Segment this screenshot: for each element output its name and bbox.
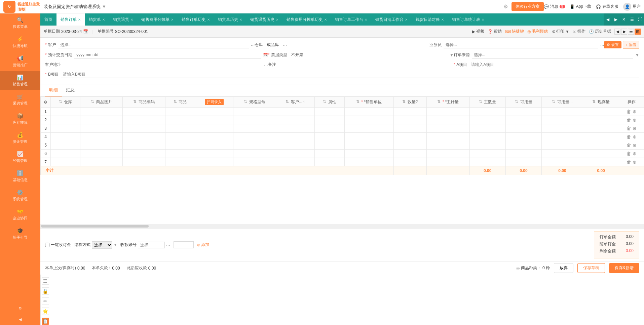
sidebar-item-marketing[interactable]: 📢 营销推广: [0, 52, 40, 71]
sidebar-item-system[interactable]: ⚙️ 系统管理: [0, 186, 40, 205]
online-service-item[interactable]: 🎧 在线客服: [596, 4, 618, 9]
scan-btn[interactable]: 扫码录入: [205, 99, 224, 105]
b-project-input[interactable]: [61, 71, 639, 78]
settle-method-select[interactable]: 选择...: [92, 241, 112, 249]
discard-btn[interactable]: 放弃: [554, 263, 573, 273]
settings-widget[interactable]: ⚙ 设置: [604, 41, 621, 48]
tab-expense-history[interactable]: 销售费用分摊单历史 ✕: [282, 13, 331, 26]
nav-next-btn[interactable]: ▶: [621, 29, 627, 35]
close-tab-icon[interactable]: ✕: [171, 18, 174, 22]
tab-daily-workbench[interactable]: 钱货日清工作台 ✕: [371, 13, 412, 26]
address-input[interactable]: [63, 61, 262, 68]
account-input[interactable]: [138, 242, 165, 248]
sidebar-item-cooperation[interactable]: 🤝 企业协同: [0, 205, 40, 224]
row-copy-btn[interactable]: ⊕: [633, 159, 637, 165]
sidebar-item-purchase[interactable]: 🛒 采购管理: [0, 90, 40, 109]
close-tab-icon[interactable]: ✕: [276, 18, 278, 22]
calendar-icon[interactable]: 📅: [83, 29, 88, 34]
row-delete-btn[interactable]: 🗑: [627, 134, 631, 139]
operation-btn[interactable]: ☑ 操作: [573, 29, 585, 34]
tab-home[interactable]: 首页: [40, 13, 56, 26]
row-delete-btn[interactable]: 🗑: [627, 126, 631, 131]
close-tab-icon[interactable]: ✕: [441, 18, 444, 22]
close-tab-icon[interactable]: ✕: [239, 18, 242, 22]
print-btn[interactable]: 🖨 打印 ▼: [551, 29, 569, 34]
grid-view-btn[interactable]: ⊞: [635, 29, 641, 35]
customer-dots[interactable]: ···: [251, 42, 255, 48]
row-delete-btn[interactable]: 🗑: [627, 159, 631, 165]
sidebar-item-inventory[interactable]: 📦 库存核算: [0, 109, 40, 128]
history-btn[interactable]: 🕐 历史单据: [589, 29, 611, 34]
sidebar-item-basic[interactable]: ℹ️ 基础信息: [0, 167, 40, 186]
shortcut-btn[interactable]: ⌨ 快捷键: [505, 29, 524, 34]
profit-btn[interactable]: ◎ 毛利预估: [527, 29, 548, 34]
settle-arrow[interactable]: ▼: [114, 243, 117, 247]
tab-summary[interactable]: 汇总: [62, 84, 79, 96]
help-btn[interactable]: ❓ 帮助: [488, 29, 502, 34]
close-tab-icon[interactable]: ✕: [405, 18, 408, 22]
sidebar-item-guide[interactable]: 🎓 新手引导: [0, 224, 40, 243]
close-tab-icon[interactable]: ✕: [324, 18, 327, 22]
tab-sales-goods[interactable]: 销货单 ✕: [85, 13, 109, 26]
tab-return[interactable]: 销货退货 ✕: [109, 13, 137, 26]
tab-daily-reconcile[interactable]: 钱货日清对账 ✕: [412, 13, 448, 26]
row-copy-btn[interactable]: ⊕: [633, 143, 637, 148]
nav-expand-btn[interactable]: ⛶: [636, 13, 644, 26]
sidebar-item-search[interactable]: 🔍 搜索菜单: [0, 13, 40, 33]
order-source-input[interactable]: [472, 51, 633, 58]
user-item[interactable]: 👤 用户: [623, 3, 641, 11]
quick-settle-checkbox[interactable]: 一键收订金: [45, 242, 71, 248]
scrollbar-thumb[interactable]: [41, 225, 149, 228]
view-btn[interactable]: ▶ 视频: [472, 29, 484, 34]
row-copy-btn[interactable]: ⊕: [633, 117, 637, 123]
staff-input[interactable]: [444, 41, 598, 48]
right-panel-btn-3[interactable]: ✏: [42, 297, 49, 305]
nav-menu-btn[interactable]: ☰: [628, 13, 636, 26]
tab-order-workbench[interactable]: 销售订单工作台 ✕: [331, 13, 371, 26]
tab-return-history[interactable]: 销货退货历史 ✕: [246, 13, 282, 26]
close-tab-icon[interactable]: ✕: [130, 18, 133, 22]
close-tab-icon[interactable]: ✕: [482, 18, 484, 22]
staff-dots[interactable]: ···: [600, 42, 604, 48]
col-gear[interactable]: ⚙: [41, 97, 51, 108]
account-dots[interactable]: ···: [166, 242, 170, 248]
sidebar-item-finance[interactable]: 💰 资金管理: [0, 128, 40, 148]
customer-input[interactable]: [58, 41, 249, 48]
system-name[interactable]: 装备及固定资产辅助管理系统 ▼: [44, 4, 501, 10]
right-panel-btn-2[interactable]: 🔒: [42, 287, 49, 295]
tab-detail[interactable]: 明细: [45, 84, 62, 96]
nav-right-arrow[interactable]: ▶: [612, 13, 620, 26]
row-copy-btn[interactable]: ⊕: [633, 134, 637, 139]
notification-item[interactable]: 💬 消息 9: [544, 4, 565, 9]
table-wrapper[interactable]: ⚙ ⇅ 仓库 ⇅ 商品图片 ⇅: [40, 96, 644, 224]
sidebar-collapse-btn[interactable]: ◀: [0, 314, 40, 325]
sidebar-item-sales[interactable]: 📊 销售管理: [0, 71, 40, 90]
order-source-arrow[interactable]: ▼: [635, 53, 639, 57]
row-delete-btn[interactable]: 🗑: [627, 109, 631, 114]
save-draft-btn[interactable]: 保存草稿: [577, 263, 605, 273]
sidebar-settings-btn[interactable]: ⚙: [0, 303, 40, 314]
scrollbar[interactable]: [40, 224, 644, 228]
tab-sales-stats[interactable]: 销售订单统计表 ✕: [448, 13, 488, 26]
quick-settle-check[interactable]: [45, 243, 49, 247]
close-tab-icon[interactable]: ✕: [365, 18, 367, 22]
nav-left-arrow[interactable]: ◀: [604, 13, 612, 26]
tab-order-history[interactable]: 销售订单历史 ✕: [178, 13, 214, 26]
a-project-input[interactable]: [469, 61, 639, 68]
note-input[interactable]: [278, 61, 454, 68]
amount-input[interactable]: 0.00: [174, 241, 194, 248]
add-payment-btn[interactable]: ⊕ 添加: [197, 242, 209, 248]
right-panel-btn-5[interactable]: 📋: [42, 318, 49, 325]
tab-sales-order[interactable]: 销售订单 ✕: [56, 13, 85, 26]
sidebar-item-management[interactable]: 📈 经营管理: [0, 148, 40, 167]
tab-expense[interactable]: 销售费用分摊单 ✕: [137, 13, 178, 26]
close-tab-icon[interactable]: ✕: [207, 18, 210, 22]
add-item-widget[interactable]: + 物流: [623, 41, 639, 49]
row-delete-btn[interactable]: 🗑: [627, 151, 631, 156]
close-tab-icon[interactable]: ✕: [78, 18, 81, 22]
delivery-input[interactable]: [74, 51, 261, 58]
row-copy-btn[interactable]: ⊕: [633, 151, 637, 156]
sidebar-item-quicknav[interactable]: ⚡ 快捷导航: [0, 33, 40, 52]
trial-btn[interactable]: 体验行业方案: [512, 2, 544, 11]
close-tab-icon[interactable]: ✕: [102, 18, 105, 22]
